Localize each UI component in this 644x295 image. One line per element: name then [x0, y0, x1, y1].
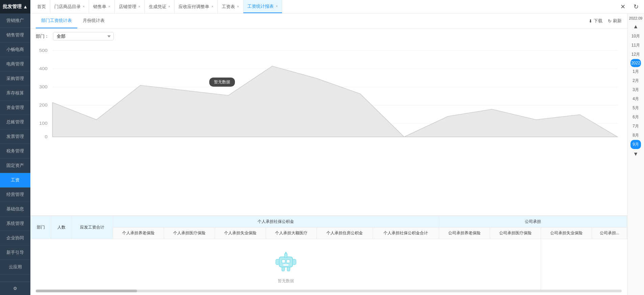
sidebar-footer-settings[interactable]: ⚙: [0, 282, 30, 295]
tab-label: 首页: [37, 4, 46, 10]
left-panel: 部门工资统计表 月份统计表 ⬇ 下载 ↻ 刷新: [30, 13, 627, 295]
sub-tabs: 部门工资统计表 月份统计表 ⬇ 下载 ↻ 刷新: [30, 13, 627, 29]
date-down-btn[interactable]: ▼: [627, 149, 644, 159]
col-group-company: 公司承担: [439, 216, 627, 228]
tab-销售单[interactable]: 销售单×: [89, 0, 115, 13]
tab-close-btn[interactable]: ×: [108, 5, 110, 8]
chart-area: 500 400 300 200 100 0: [30, 44, 627, 215]
sidebar-item-总账管理[interactable]: 总账管理: [0, 115, 30, 129]
tab-month-stats[interactable]: 月份统计表: [77, 13, 110, 28]
download-btn[interactable]: ⬇ 下载: [589, 18, 602, 24]
col-personal-total: 个人承担社保公积金合计: [373, 228, 439, 239]
svg-rect-23: [287, 267, 290, 271]
data-table: 部门 人数 应发工资合计 个人承担社保公积金 公司承担 个人承担养老保险 个人承…: [30, 216, 627, 290]
tab-label: 工资表: [222, 4, 235, 10]
tab-bar: 首页门店商品目录×销售单×店铺管理×生成凭证×应收应付调整单×工资表×工资统计报…: [30, 0, 644, 13]
date-item-10月[interactable]: 10月: [630, 32, 641, 41]
col-total-salary: 应发工资合计: [72, 216, 113, 239]
svg-rect-17: [283, 264, 289, 266]
tab-close-btn[interactable]: ×: [168, 5, 170, 8]
tab-门店商品目录[interactable]: 门店商品目录×: [50, 0, 89, 13]
sidebar-arrow: ▲: [23, 4, 28, 9]
sidebar-header[interactable]: 批发管理 ▲: [0, 0, 30, 13]
sidebar-item-电商管理[interactable]: 电商管理: [0, 57, 30, 71]
sidebar-item-小畅电商[interactable]: 小畅电商: [0, 42, 30, 57]
tab-close-btn[interactable]: ×: [276, 4, 278, 8]
tab-label: 门店商品目录: [54, 4, 81, 10]
svg-rect-22: [282, 267, 285, 271]
date-item-4月[interactable]: 4月: [630, 94, 641, 104]
sidebar-item-经营管理[interactable]: 经营管理: [0, 187, 30, 202]
date-item-3月[interactable]: 3月: [630, 85, 641, 94]
tab-应收应付调整单[interactable]: 应收应付调整单×: [175, 0, 218, 13]
col-personal-unemployment: 个人承担失业保险: [215, 228, 266, 239]
refresh-btn[interactable]: ↻ 刷新: [608, 18, 622, 24]
table-container[interactable]: 部门 人数 应发工资合计 个人承担社保公积金 公司承担 个人承担养老保险 个人承…: [30, 215, 627, 290]
date-item-7月[interactable]: 7月: [630, 122, 641, 131]
tab-label: 店铺管理: [119, 4, 136, 10]
settings-icon: ⚙: [13, 286, 17, 291]
sidebar-item-发票管理[interactable]: 发票管理: [0, 129, 30, 144]
sidebar-item-工资[interactable]: 工资: [0, 173, 30, 187]
sidebar-item-系统管理[interactable]: 系统管理: [0, 216, 30, 231]
download-icon: ⬇: [589, 19, 592, 24]
tab-工资表[interactable]: 工资表×: [218, 0, 243, 13]
svg-rect-20: [276, 259, 279, 265]
date-item-2月[interactable]: 2月: [630, 76, 641, 85]
refresh-all-btn[interactable]: ↻: [631, 2, 641, 12]
svg-text:400: 400: [39, 66, 48, 71]
svg-text:100: 100: [39, 121, 48, 125]
svg-rect-18: [285, 254, 287, 258]
tab-label: 生成凭证: [149, 4, 166, 10]
sidebar-item-云应用[interactable]: 云应用: [0, 260, 30, 274]
sidebar-item-资金管理[interactable]: 资金管理: [0, 100, 30, 115]
col-personal-medical: 个人承担医疗保险: [164, 228, 215, 239]
date-item-5月[interactable]: 5月: [630, 104, 641, 113]
sidebar-item-基础信息[interactable]: 基础信息: [0, 202, 30, 216]
close-all-btn[interactable]: ✕: [618, 2, 628, 12]
sidebar-item-销售管理[interactable]: 销售管理: [0, 28, 30, 42]
department-filter-select[interactable]: 全部 财务部 销售部 采购部 运营部: [53, 32, 114, 40]
tab-工资统计报表[interactable]: 工资统计报表×: [243, 0, 282, 13]
tab-close-btn[interactable]: ×: [83, 5, 85, 8]
tab-close-btn[interactable]: ×: [138, 5, 140, 8]
date-item-12月[interactable]: 12月: [630, 50, 641, 59]
main-area: 首页门店商品目录×销售单×店铺管理×生成凭证×应收应付调整单×工资表×工资统计报…: [30, 0, 644, 295]
date-item-1月[interactable]: 1月: [630, 67, 641, 76]
tab-label: 销售单: [93, 4, 106, 10]
date-item-6月[interactable]: 6月: [630, 113, 641, 122]
sidebar-item-企业协同[interactable]: 企业协同: [0, 231, 30, 245]
date-item-8月[interactable]: 8月: [630, 131, 641, 140]
sidebar-item-库存核算[interactable]: 库存核算: [0, 86, 30, 100]
col-department: 部门: [31, 216, 51, 239]
tab-close-btn[interactable]: ×: [237, 5, 239, 8]
tab-店铺管理[interactable]: 店铺管理×: [115, 0, 145, 13]
filter-bar: 部门： 全部 财务部 销售部 采购部 运营部: [30, 29, 627, 44]
sidebar-item-新手引导[interactable]: 新手引导: [0, 245, 30, 260]
col-company-more: 公司承担...: [592, 228, 627, 239]
refresh-icon: ↻: [608, 19, 612, 24]
col-group-personal: 个人承担社保公积金: [113, 216, 439, 228]
date-item-9月[interactable]: 9月: [630, 140, 641, 149]
tab-department-stats[interactable]: 部门工资统计表: [36, 13, 77, 28]
table-scrollbar[interactable]: [36, 290, 622, 292]
sidebar-item-采购管理[interactable]: 采购管理: [0, 71, 30, 86]
date-item-2022[interactable]: 2022: [630, 59, 641, 67]
sidebar: 批发管理 ▲ 营销推广销售管理小畅电商电商管理采购管理库存核算资金管理总账管理发…: [0, 0, 30, 295]
sidebar-item-税务管理[interactable]: 税务管理: [0, 144, 30, 158]
svg-rect-21: [293, 259, 296, 265]
sidebar-item-固定资产[interactable]: 固定资产: [0, 158, 30, 173]
tab-label: 应收应付调整单: [179, 4, 209, 10]
sidebar-item-营销推广[interactable]: 营销推广: [0, 13, 30, 28]
department-filter-label: 部门：: [36, 33, 49, 39]
empty-text: 暂无数据: [278, 278, 294, 284]
svg-rect-19: [285, 252, 287, 254]
table-scrollbar-thumb[interactable]: [36, 290, 137, 292]
tab-首页[interactable]: 首页: [33, 0, 50, 13]
date-up-btn[interactable]: ▲: [627, 22, 644, 32]
tab-close-btn[interactable]: ×: [211, 5, 213, 8]
date-item-11月[interactable]: 11月: [630, 41, 641, 50]
chart-svg: 500 400 300 200 100 0: [36, 47, 622, 142]
tab-生成凭证[interactable]: 生成凭证×: [145, 0, 175, 13]
tab-bar-end: ✕ ↻: [618, 2, 641, 12]
